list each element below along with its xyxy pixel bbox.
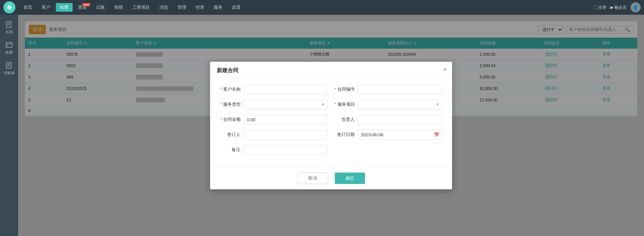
sign-date-label: 签订日期	[334, 132, 355, 138]
nav-right: ⛶ 全屏 ▶ 畅会员 👤	[593, 2, 641, 12]
nav-customer[interactable]: 客户	[38, 3, 54, 12]
sidebar-contract-label: 合同	[5, 30, 13, 35]
form-row-4: 签订人 签订日期 📅	[220, 130, 442, 140]
svg-rect-7	[6, 62, 11, 68]
service-item-label: 服务项目	[334, 101, 355, 107]
nav-manage[interactable]: 管理	[173, 3, 190, 12]
customer-name-input[interactable]	[243, 85, 328, 94]
billing-icon	[5, 41, 13, 49]
form-group-responsible: 负责人	[334, 115, 442, 125]
vip-button[interactable]: ▶ 畅会员	[610, 5, 627, 10]
nav-service[interactable]: 服务	[210, 3, 227, 12]
sidebar-statement-label: 对账单	[4, 70, 15, 76]
new-contract-modal: 新建合同 × 客户名称 合同编号	[210, 62, 452, 189]
responsible-input[interactable]	[357, 115, 442, 125]
content-area: 新增 服务项目 进行中 已完成 已终止 🔍 序号 合同编号	[18, 15, 644, 236]
contract-no-input[interactable]	[358, 85, 442, 94]
service-item-select[interactable]	[358, 100, 442, 109]
modal-footer: 取消 确定	[210, 167, 452, 189]
form-group-service-item: 服务项目 ▼	[334, 100, 442, 109]
modal-overlay: 新建合同 × 客户名称 合同编号	[18, 15, 644, 236]
statement-icon	[5, 62, 13, 69]
modal-title: 新建合同	[217, 67, 238, 73]
user-avatar[interactable]: 👤	[631, 2, 641, 12]
app-logo	[3, 1, 15, 13]
form-group-signer: 签订人	[220, 130, 328, 140]
nav-message[interactable]: 消息	[155, 3, 172, 12]
service-type-select-wrapper: ▼	[243, 100, 328, 109]
nav-bizproject[interactable]: 工商项目	[128, 3, 154, 12]
sidebar-item-contract[interactable]: 合同	[1, 18, 17, 37]
signer-label: 签订人	[220, 132, 240, 138]
modal-close-button[interactable]: ×	[444, 66, 447, 73]
remark-input[interactable]	[243, 145, 328, 155]
customer-name-label: 客户名称	[220, 86, 241, 92]
top-navigation: 首页 客户 收费 票据 new 记账 报税 工商项目 消息 管理 经营 服务 设…	[0, 0, 644, 15]
nav-home[interactable]: 首页	[19, 3, 36, 12]
service-type-label: 服务类型	[220, 101, 241, 107]
form-group-amount: 合同金额	[220, 115, 328, 125]
form-row-3: 合同金额 负责人	[220, 115, 442, 125]
service-type-select[interactable]	[243, 100, 328, 109]
main-layout: 合同 收费 对账单	[0, 15, 644, 236]
form-group-remark: 备注	[220, 145, 328, 155]
sidebar-billing-label: 收费	[5, 50, 13, 55]
nav-tax[interactable]: 报税	[110, 3, 127, 12]
form-group-service-type: 服务类型 ▼	[220, 100, 328, 109]
form-row-1: 客户名称 合同编号	[220, 85, 442, 94]
sidebar-item-billing[interactable]: 收费	[1, 39, 17, 58]
service-item-select-wrapper: ▼	[358, 100, 442, 109]
svg-point-6	[7, 45, 8, 46]
form-row-5: 备注	[220, 145, 442, 155]
nav-bookkeeping[interactable]: 记账	[92, 3, 109, 12]
form-group-contract-no: 合同编号	[334, 85, 442, 94]
nav-invoice[interactable]: 票据 new	[74, 3, 91, 12]
cancel-button[interactable]: 取消	[297, 173, 328, 184]
nav-operation[interactable]: 经营	[192, 3, 208, 12]
nav-items: 首页 客户 收费 票据 new 记账 报税 工商项目 消息 管理 经营 服务 设…	[19, 3, 593, 12]
sidebar-item-statement[interactable]: 对账单	[1, 59, 17, 78]
fullscreen-button[interactable]: ⛶ 全屏	[593, 5, 606, 10]
modal-body: 客户名称 合同编号 服务类型	[210, 78, 452, 167]
form-row-2: 服务类型 ▼ 服务项目	[220, 100, 442, 109]
amount-label: 合同金额	[220, 116, 241, 123]
nav-billing[interactable]: 收费	[56, 3, 73, 12]
contract-icon	[5, 21, 13, 28]
form-group-sign-date: 签订日期 📅	[334, 130, 442, 140]
contract-no-label: 合同编号	[334, 86, 355, 92]
modal-header: 新建合同 ×	[210, 62, 452, 78]
svg-rect-4	[6, 43, 12, 47]
responsible-label: 负责人	[334, 116, 355, 123]
nav-settings[interactable]: 设置	[228, 3, 245, 12]
signer-input[interactable]	[243, 130, 328, 140]
sign-date-wrapper: 📅	[357, 130, 442, 140]
svg-rect-0	[6, 21, 11, 28]
sign-date-input[interactable]	[357, 130, 442, 140]
calendar-icon[interactable]: 📅	[434, 132, 439, 137]
remark-label: 备注	[220, 147, 240, 153]
amount-input[interactable]	[243, 115, 328, 125]
new-badge: new	[82, 3, 90, 6]
form-group-customer: 客户名称	[220, 85, 328, 94]
sidebar: 合同 收费 对账单	[0, 15, 18, 236]
confirm-button[interactable]: 确定	[335, 173, 365, 184]
